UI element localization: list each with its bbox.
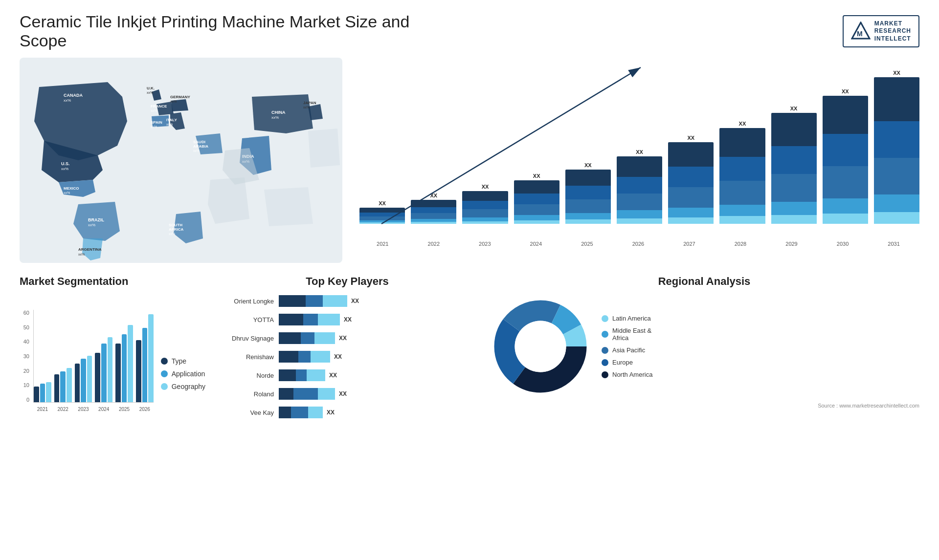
player-row: NordeXX	[220, 369, 474, 381]
player-name: Norde	[220, 372, 274, 379]
player-bar-container: XX	[279, 388, 474, 400]
seg-group-2023: 2023	[75, 356, 92, 402]
svg-text:xx%: xx%	[61, 167, 68, 171]
growth-bar-stack	[874, 77, 919, 224]
seg-geography-bar	[108, 337, 113, 402]
seg-group-2025: 2025	[115, 325, 133, 402]
seg-geography-bar	[148, 314, 154, 403]
legend-north-america: North America	[602, 371, 652, 378]
seg-application-bar	[60, 371, 66, 402]
growth-bar-stack	[719, 128, 765, 224]
player-name: YOTTA	[220, 316, 274, 323]
growth-bar-segment	[565, 219, 611, 224]
player-bar	[279, 295, 347, 307]
player-bar-container: XX	[279, 369, 474, 381]
svg-text:MEXICO: MEXICO	[64, 186, 79, 191]
seg-group-2024: 2024	[95, 337, 112, 402]
player-bar	[279, 407, 323, 418]
svg-text:ARGENTINA: ARGENTINA	[78, 247, 102, 252]
player-name: Vee Kay	[220, 409, 274, 416]
growth-bar-label: XX	[739, 121, 746, 127]
growth-bar-col-2022: XX	[411, 63, 456, 224]
seg-year-label: 2021	[37, 407, 48, 412]
player-row: Orient LongkeXX	[220, 295, 474, 307]
growth-bar-segment	[771, 174, 817, 202]
player-row: RenishawXX	[220, 351, 474, 363]
seg-type-bar	[95, 353, 100, 402]
player-bar	[279, 388, 335, 400]
player-bar-container: XX	[279, 351, 474, 363]
legend-asia-dot	[602, 347, 608, 354]
map-area: CANADA xx% U.S. xx% MEXICO xx% BRAZIL xx…	[20, 58, 342, 263]
growth-bar-segment	[359, 208, 405, 213]
growth-bar-segment	[719, 157, 765, 181]
top-section: CANADA xx% U.S. xx% MEXICO xx% BRAZIL xx…	[20, 58, 919, 268]
growth-bar-col-2027: XX	[668, 63, 714, 224]
growth-bar-label: XX	[379, 200, 386, 206]
legend-geography: Geography	[161, 383, 205, 390]
growth-chart-area: XXXXXXXXXXXXXXXXXXXXXX 20212022202320242…	[357, 58, 919, 268]
growth-bar-segment	[874, 121, 919, 158]
seg-year-label: 2025	[119, 407, 130, 412]
growth-bar-segment	[411, 222, 456, 224]
player-value: XX	[329, 372, 337, 379]
player-bar	[279, 369, 325, 381]
segmentation-title: Market Segmentation	[20, 275, 205, 288]
growth-bars: XXXXXXXXXXXXXXXXXXXXXX	[359, 63, 919, 224]
growth-bar-segment	[617, 210, 662, 218]
svg-text:xx%: xx%	[64, 98, 71, 103]
seg-geography-bar	[128, 325, 133, 402]
growth-bar-label: XX	[533, 173, 540, 179]
svg-text:xx%: xx%	[78, 253, 85, 256]
growth-bar-col-2026: XX	[617, 63, 662, 224]
growth-bar-segment	[823, 166, 868, 198]
svg-text:AFRICA: AFRICA	[169, 227, 183, 232]
growth-bar-segment	[411, 213, 456, 219]
growth-bar-col-2030: XX	[823, 63, 868, 224]
seg-type-bar	[115, 344, 121, 402]
growth-bar-segment	[462, 221, 508, 224]
seg-application-bar	[81, 359, 86, 402]
seg-year-label: 2022	[58, 407, 68, 412]
growth-bar-segment	[719, 181, 765, 205]
growth-bar-segment	[514, 220, 559, 224]
player-name: Dhruv Signage	[220, 335, 274, 342]
svg-text:xx%: xx%	[271, 115, 279, 120]
logo: M MARKET RESEARCH INTELLECT	[843, 15, 919, 48]
legend-mea-dot	[602, 331, 608, 338]
growth-bar-segment	[874, 212, 919, 224]
svg-point-41	[515, 321, 566, 372]
player-bar-container: XX	[279, 407, 474, 418]
growth-bar-segment	[359, 222, 405, 224]
seg-year-label: 2023	[78, 407, 89, 412]
growth-bar-label: XX	[430, 193, 437, 198]
legend-type-dot	[161, 358, 168, 365]
seg-bars-container: 202120222023202420252026	[33, 310, 154, 403]
svg-text:ARABIA: ARABIA	[193, 144, 208, 149]
player-name: Renishaw	[220, 353, 274, 361]
seg-type-bar	[75, 364, 80, 402]
growth-bar-stack	[411, 200, 456, 224]
svg-text:BRAZIL: BRAZIL	[88, 217, 104, 222]
svg-text:JAPAN: JAPAN	[303, 101, 316, 105]
seg-geography-bar	[87, 356, 92, 402]
seg-group-2021: 2021	[34, 382, 51, 402]
seg-legend: Type Application Geography	[161, 357, 205, 403]
player-bar	[279, 332, 335, 344]
seg-year-label: 2024	[98, 407, 109, 412]
legend-application: Application	[161, 370, 205, 378]
svg-text:xx%: xx%	[151, 109, 157, 112]
growth-bar-segment	[411, 200, 456, 207]
growth-bar-segment	[617, 218, 662, 224]
seg-type-bar	[136, 340, 141, 402]
growth-bar-segment	[565, 186, 611, 199]
logo-text: MARKET RESEARCH INTELLECT	[874, 20, 911, 43]
svg-text:xx%: xx%	[151, 125, 157, 129]
growth-bar-col-2031: XX	[874, 63, 919, 224]
regional-section: Regional Analysis	[489, 275, 919, 421]
svg-text:ITALY: ITALY	[166, 118, 177, 122]
segmentation-section: Market Segmentation 60 50 40 30 20 10 0	[20, 275, 205, 421]
growth-bar-col-2023: XX	[462, 63, 508, 224]
bottom-section: Market Segmentation 60 50 40 30 20 10 0	[20, 275, 919, 421]
donut-svg	[489, 295, 592, 398]
